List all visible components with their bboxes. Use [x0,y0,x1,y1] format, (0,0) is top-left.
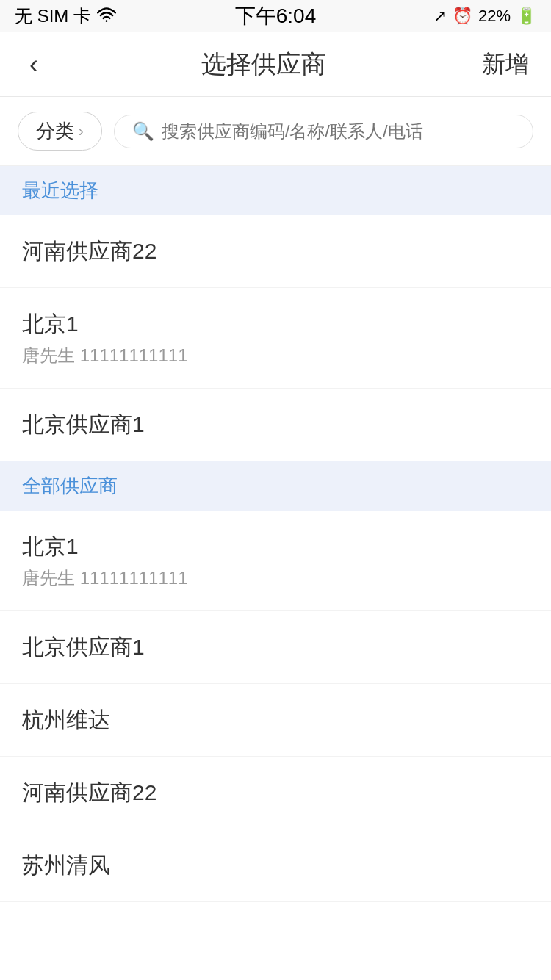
list-item[interactable]: 北京1唐先生 11111111111 [0,511,551,611]
list-item[interactable]: 河南供应商22 [0,215,551,288]
category-filter[interactable]: 分类 › [18,112,102,151]
svg-point-0 [106,20,108,22]
location-icon: ↗ [433,7,447,26]
list-item[interactable]: 北京供应商1 [0,389,551,461]
page-title: 选择供应商 [201,48,326,82]
add-button[interactable]: 新增 [482,48,529,81]
item-name: 苏州清风 [22,850,529,881]
item-name: 北京供应商1 [22,409,529,440]
wifi-icon [97,6,116,26]
status-time: 下午6:04 [235,2,317,30]
status-left: 无 SIM 卡 [15,4,116,28]
item-name: 河南供应商22 [22,236,529,267]
search-box[interactable]: 🔍 [114,115,533,148]
chevron-right-icon: › [79,123,84,140]
list-item[interactable]: 河南供应商22 [0,757,551,829]
item-name: 北京供应商1 [22,632,529,663]
item-name: 北京1 [22,309,529,339]
battery-icon: 🔋 [516,7,536,26]
all-list: 北京1唐先生 11111111111北京供应商1杭州维达河南供应商22苏州清风 [0,511,551,902]
item-name: 杭州维达 [22,705,529,735]
filter-bar: 分类 › 🔍 [0,97,551,166]
nav-bar: ‹ 选择供应商 新增 [0,32,551,97]
recent-section-header: 最近选择 [0,166,551,215]
recent-list: 河南供应商22北京1唐先生 11111111111北京供应商1 [0,215,551,461]
alarm-icon: ⏰ [453,7,472,26]
item-sub: 唐先生 11111111111 [22,344,529,367]
list-item[interactable]: 苏州清风 [0,829,551,902]
search-icon: 🔍 [132,121,154,142]
back-button[interactable]: ‹ [22,42,46,87]
carrier-label: 无 SIM 卡 [15,4,91,28]
category-label: 分类 [36,118,74,144]
item-sub: 唐先生 11111111111 [22,566,529,590]
search-input[interactable] [162,121,515,142]
all-section-header: 全部供应商 [0,461,551,511]
list-item[interactable]: 杭州维达 [0,684,551,757]
list-item[interactable]: 北京供应商1 [0,611,551,684]
list-item[interactable]: 北京1唐先生 11111111111 [0,288,551,389]
item-name: 北京1 [22,531,529,562]
item-name: 河南供应商22 [22,777,529,808]
status-right: ↗ ⏰ 22% 🔋 [433,7,536,26]
battery-label: 22% [478,7,511,26]
status-bar: 无 SIM 卡 下午6:04 ↗ ⏰ 22% 🔋 [0,0,551,32]
